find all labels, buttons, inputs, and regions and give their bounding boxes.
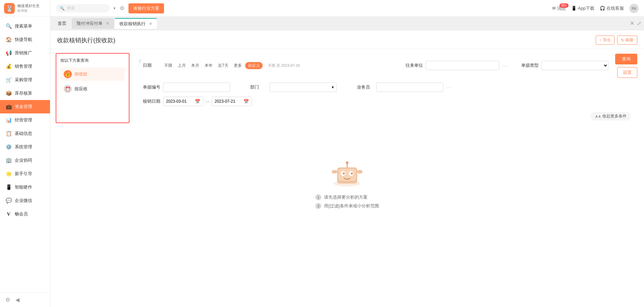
- date-btn-more[interactable]: 更多: [232, 62, 244, 69]
- hardware-icon: 📱: [5, 184, 12, 191]
- tip-text-1: 请先选择要分析的方案: [324, 194, 368, 200]
- date-btn-this-year[interactable]: 本年: [203, 62, 215, 69]
- collapse-filter-button[interactable]: 《: [135, 53, 143, 123]
- sidebar-item-sysmanage[interactable]: ⚙️ 系统管理: [0, 140, 50, 154]
- refresh-button[interactable]: ↻ 刷新: [617, 36, 637, 45]
- writeoff-end-value: 2023-07-21: [215, 99, 235, 104]
- app-download-button[interactable]: 📱 App下载: [571, 5, 594, 11]
- writeoff-start-input[interactable]: 2023-03-01 📅: [163, 97, 203, 106]
- sidebar-item-quicknav[interactable]: 🏠 快捷导航: [0, 33, 50, 46]
- date-btn-custom[interactable]: 自定义: [245, 62, 263, 69]
- date-btn-last7[interactable]: 近7天: [216, 62, 230, 69]
- sidebar-item-member[interactable]: V 畅会员: [0, 207, 50, 221]
- filter-row-1: 日期 不限 上月 本月 本年 近7天 更多 自定义 不: [143, 53, 637, 78]
- sidebar-item-sales[interactable]: 💰 销售管理: [0, 60, 50, 73]
- svg-point-5: [343, 172, 345, 174]
- message-button[interactable]: ✉ 消息 99+: [552, 5, 566, 11]
- export-button[interactable]: ↑ 导出: [596, 36, 614, 45]
- settings-button[interactable]: 设置: [617, 67, 637, 78]
- counterpart-dots[interactable]: ···: [502, 63, 508, 68]
- by-receipt-icon: 💰: [64, 70, 72, 78]
- date-btn-last-month[interactable]: 上月: [176, 62, 188, 69]
- sidebar-item-hardware[interactable]: 📱 智能硬件: [0, 181, 50, 194]
- sidebar-item-enterprise-label: 企业协同: [15, 157, 32, 163]
- tabbar-actions: ✕ ⤢: [630, 20, 641, 27]
- sidebar-item-hardware-label: 智能硬件: [15, 184, 32, 190]
- filter-query-actions: 查询 设置: [615, 53, 637, 78]
- counterpart-input[interactable]: [426, 61, 499, 70]
- sidebar-item-marketing-label: 营销推广: [15, 50, 32, 56]
- page-title: 收款核销执行(按收款): [57, 36, 115, 44]
- topbar-gear-icon[interactable]: ⚙: [120, 5, 124, 11]
- dept-select[interactable]: ▾: [270, 83, 337, 92]
- main-area: 🔍 搜索 ▾ ⚙ 体验行业方案 ✉ 消息 99+ 📱 App下载 🎧 在线客服 …: [50, 0, 644, 307]
- sidebar-item-wechat[interactable]: 💬 企业微信: [0, 194, 50, 207]
- sidebar-item-guide[interactable]: 🌟 新手引导: [0, 167, 50, 181]
- sidebar-item-purchase[interactable]: 🛒 采购管理: [0, 73, 50, 87]
- collapse-more-button[interactable]: ∧∧ 收起更多条件: [591, 112, 631, 120]
- settings-bottom-icon[interactable]: ⚙: [5, 297, 10, 303]
- sidebar-item-search[interactable]: 🔍 搜索菜单: [0, 19, 50, 33]
- page-header: 收款核销执行(按收款) ↑ 导出 ↻ 刷新: [50, 30, 644, 49]
- sidebar-item-enterprise[interactable]: 🏢 企业协同: [0, 154, 50, 167]
- topbar-dropdown-icon[interactable]: ▾: [113, 6, 116, 11]
- filter-date-item: 日期 不限 上月 本月 本年 近7天 更多 自定义 不: [143, 62, 300, 69]
- filter-staff-item: 业务员 ···: [357, 83, 452, 92]
- sidebar-item-finance[interactable]: 💼 资金管理: [0, 100, 50, 113]
- date-not-limited: 不限 至 2023-07-26: [268, 63, 300, 68]
- user-avatar-area[interactable]: Rit: [629, 4, 639, 13]
- doctype-select[interactable]: [541, 61, 608, 70]
- topbar-search-box[interactable]: 🔍 搜索: [56, 4, 109, 12]
- page-content: 收款核销执行(按收款) ↑ 导出 ↻ 刷新 按以下方案查询: [50, 30, 644, 307]
- tip-num-2: 2: [315, 203, 321, 209]
- purchase-icon: 🛒: [5, 76, 12, 83]
- tab-close-all-icon[interactable]: ✕: [630, 20, 634, 27]
- writeoff-end-input[interactable]: 2023-07-21 📅: [212, 97, 252, 106]
- topbar-right: ✉ 消息 99+ 📱 App下载 🎧 在线客服 Rit: [552, 4, 639, 13]
- docno-label: 单据编号: [143, 84, 160, 90]
- tab-receipt-offset[interactable]: 收款核销执行 ✕: [115, 18, 157, 29]
- filter-row-2: 单据编号 部门 ▾ 业务员: [143, 83, 637, 92]
- filter-panel-title: 按以下方案查询: [60, 58, 125, 63]
- message-badge: 99+: [559, 3, 569, 8]
- tab-receipt-offset-label: 收款核销执行: [119, 21, 146, 27]
- basicinfo-icon: 📋: [5, 130, 12, 137]
- tab-prepay-close[interactable]: ✕: [106, 21, 109, 26]
- tab-home[interactable]: 首页: [53, 18, 71, 29]
- staff-input[interactable]: [376, 83, 443, 92]
- sidebar-item-quicknav-label: 快捷导航: [15, 37, 32, 43]
- date-btn-this-month[interactable]: 本月: [189, 62, 201, 69]
- refresh-label: 刷新: [626, 37, 634, 43]
- svg-point-6: [351, 172, 353, 174]
- topbar: 🔍 搜索 ▾ ⚙ 体验行业方案 ✉ 消息 99+ 📱 App下载 🎧 在线客服 …: [50, 0, 644, 17]
- staff-dots[interactable]: ···: [446, 85, 452, 90]
- filter-option-by-receipt[interactable]: 💰 按收款: [60, 67, 125, 81]
- filter-left-panel: 按以下方案查询 💰 按收款 ⏰ 按应收: [56, 53, 129, 123]
- sidebar-nav: 🔍 搜索菜单 🏠 快捷导航 📢 营销推广 💰 销售管理 🛒 采购管理 📦 库存核…: [0, 17, 50, 292]
- date-buttons: 不限 上月 本月 本年 近7天 更多 自定义: [162, 62, 263, 69]
- logo-area: 🐰 畅捷通好生意 标准版: [0, 0, 50, 17]
- sidebar-item-bizmanage[interactable]: 📊 经营管理: [0, 113, 50, 127]
- filter-doctype-item: 单据类型: [521, 61, 608, 70]
- filter-option-by-receivable[interactable]: ⏰ 按应收: [60, 82, 125, 96]
- collapse-sidebar-icon[interactable]: ◀: [15, 297, 19, 303]
- tab-expand-icon[interactable]: ⤢: [637, 20, 641, 27]
- query-button[interactable]: 查询: [615, 54, 637, 64]
- solution-button[interactable]: 体验行业方案: [128, 3, 164, 13]
- docno-input[interactable]: [163, 83, 230, 92]
- tab-prepay[interactable]: 预付冲应付单 ✕: [72, 18, 114, 29]
- app-icon: 📱: [571, 6, 577, 11]
- tip-text-2: 用[过滤]条件来缩小分析范围: [324, 203, 379, 209]
- tab-receipt-close[interactable]: ✕: [149, 21, 152, 26]
- date-btn-unlimited[interactable]: 不限: [162, 62, 174, 69]
- sidebar-item-marketing[interactable]: 📢 营销推广: [0, 46, 50, 60]
- sidebar-item-inventory[interactable]: 📦 库存核算: [0, 87, 50, 100]
- sidebar-item-basicinfo[interactable]: 📋 基础信息: [0, 127, 50, 140]
- logo-title: 畅捷通好生意: [17, 3, 40, 8]
- online-service-button[interactable]: 🎧 在线客服: [600, 5, 624, 11]
- empty-illustration: [327, 154, 367, 188]
- user-name-display: Rit: [632, 6, 636, 10]
- export-icon: ↑: [599, 38, 601, 43]
- filter-right-form: 日期 不限 上月 本月 本年 近7天 更多 自定义 不: [143, 53, 644, 123]
- sidebar-item-inventory-label: 库存核算: [15, 90, 32, 96]
